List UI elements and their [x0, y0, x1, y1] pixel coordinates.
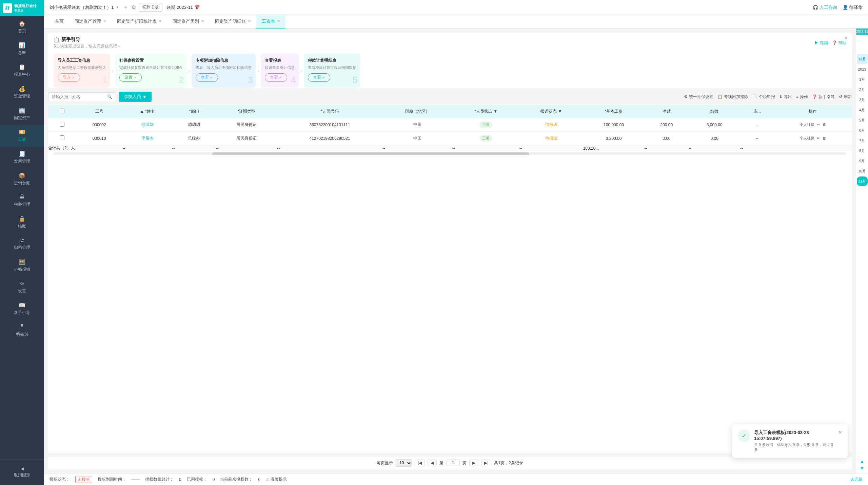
name-link[interactable]: 李俊杰	[141, 136, 154, 141]
sidebar-item-purchase-sales[interactable]: 📦进销台账	[0, 168, 44, 190]
sidebar-bottom[interactable]: ◀ 取消固定	[0, 459, 44, 485]
sidebar-label-expense: 小畅报销	[14, 266, 30, 272]
sidebar-item-fixed-assets[interactable]: 🏢固定资产	[0, 103, 44, 125]
sidebar-item-home[interactable]: 🏠首页	[0, 16, 44, 38]
tab-close-payroll[interactable]: ✕	[277, 19, 280, 23]
add-account-icon[interactable]: ＋	[123, 4, 129, 11]
prev-page-button[interactable]: ◀	[428, 460, 437, 466]
account-dropdown-icon[interactable]: ▼	[116, 5, 119, 9]
horizontal-scrollbar[interactable]	[54, 152, 846, 155]
toast-close-button[interactable]: ✕	[838, 430, 842, 435]
th-allowance: 津贴	[645, 105, 689, 118]
guide-icon: 📖	[19, 302, 25, 309]
sidebar-item-expense[interactable]: 🧮小畅报销	[0, 255, 44, 276]
op-social-insurance[interactable]: 个人社保	[799, 123, 815, 127]
last-page-button[interactable]: ▶|	[481, 460, 491, 466]
sidebar-item-tax[interactable]: 🏛税务管理	[0, 190, 44, 211]
toolbar-action-refresh[interactable]: ↺刷新	[839, 94, 852, 100]
video-link[interactable]: ▶ 视频	[814, 40, 828, 46]
export-label: 导出	[784, 94, 792, 100]
search-icon[interactable]: 🔍	[107, 94, 112, 99]
search-input[interactable]	[52, 94, 105, 99]
page-number-input[interactable]	[446, 460, 460, 466]
sidebar-item-funds[interactable]: 💰资金管理	[0, 81, 44, 103]
sidebar-item-reports[interactable]: 📋报表中心	[0, 60, 44, 81]
month-item-7月[interactable]: 7月	[857, 136, 868, 145]
switch-version-button[interactable]: 切到旧版	[139, 3, 162, 12]
scroll-up-icon[interactable]: ▲	[860, 459, 865, 464]
op-delete[interactable]: 🗑	[822, 123, 827, 127]
scroll-thumb[interactable]	[212, 152, 529, 155]
tab-home[interactable]: 首页	[50, 15, 69, 29]
tab-payroll[interactable]: 工资表✕	[256, 15, 285, 29]
month-item-5月[interactable]: 5月	[857, 115, 868, 125]
row-checkbox[interactable]	[48, 132, 76, 145]
tab-close-fixed-depreciation[interactable]: ✕	[159, 19, 162, 23]
tab-fixed-category[interactable]: 固定资产类别✕	[167, 15, 210, 29]
op-edit[interactable]: ✏	[816, 136, 821, 140]
user-profile[interactable]: 👤 徐泽华	[843, 4, 863, 11]
tab-label-home: 首页	[55, 18, 64, 24]
op-social-insurance[interactable]: 个人社保	[799, 136, 815, 140]
step-btn-3[interactable]: 查看＞	[196, 73, 218, 82]
month-item-3月[interactable]: 3月	[857, 95, 868, 105]
account-selector[interactable]: 刘小艳演示账套（勿删勿动！）1 ▼	[50, 4, 119, 11]
month-item-1月[interactable]: 1月	[857, 75, 868, 84]
step-btn-1[interactable]: 导入＞	[58, 73, 80, 82]
toolbar-action-social-insurance[interactable]: ⚙统一社保设置	[684, 94, 713, 100]
sidebar-item-payroll[interactable]: 💴工资	[0, 125, 44, 147]
th-app: 应...	[740, 105, 774, 118]
month-item-9月[interactable]: 9月	[857, 156, 868, 166]
month-item-2月[interactable]: 2月	[857, 85, 868, 94]
name-link[interactable]: 徐泽华	[141, 122, 154, 127]
row-checkbox[interactable]	[48, 118, 76, 132]
sidebar-item-settings[interactable]: ⚙设置	[0, 276, 44, 298]
sidebar-item-invoicing[interactable]: 🧾发票管理	[0, 147, 44, 168]
first-page-button[interactable]: |◀	[415, 460, 425, 466]
step-btn-4[interactable]: 查看＞	[265, 73, 287, 82]
sidebar-item-guide[interactable]: 📖新手引导	[0, 298, 44, 320]
select-all-checkbox[interactable]	[60, 109, 64, 113]
settings-icon[interactable]: ⚙	[131, 4, 136, 11]
toolbar-action-operations[interactable]: ≡操作	[796, 94, 808, 100]
sidebar-item-member[interactable]: 🎖畅会员	[0, 320, 44, 341]
sidebar-item-close[interactable]: 🔒结账	[0, 211, 44, 233]
sidebar-item-archive[interactable]: 🗂归档管理	[0, 233, 44, 255]
tab-fixed-detail[interactable]: 固定资产明细账✕	[210, 15, 256, 29]
per-page-select[interactable]: 10 20 50	[396, 459, 412, 467]
month-item-4月[interactable]: 4月	[857, 105, 868, 115]
next-page-button[interactable]: ▶	[469, 460, 478, 466]
help-link[interactable]: ❓ 帮助	[832, 40, 846, 46]
month-item-8月[interactable]: 8月	[857, 146, 868, 155]
guide-close-button[interactable]: ✕	[844, 36, 848, 41]
step-btn-5[interactable]: 查看＞	[308, 73, 330, 82]
row-basic-salary: 3,200.00	[583, 132, 645, 145]
toolbar-action-export[interactable]: ⬇导出	[779, 94, 792, 100]
toolbar-action-special-deduction[interactable]: 📋专项附加扣除	[717, 94, 748, 100]
month-item-10月[interactable]: 10月	[857, 166, 868, 176]
tab-close-fixed-asset[interactable]: ✕	[103, 19, 106, 23]
period-selector[interactable]: 账期 2023-11 📅	[166, 4, 200, 11]
tab-fixed-depreciation[interactable]: 固定资产折旧统计表✕	[112, 15, 167, 29]
month-item-2023[interactable]: 2023	[857, 64, 868, 74]
tab-close-fixed-category[interactable]: ✕	[201, 19, 204, 23]
sidebar-item-cancel-fix[interactable]: ◀ 取消固定	[0, 462, 44, 482]
op-edit[interactable]: ✏	[816, 123, 821, 127]
tab-fixed-asset[interactable]: 固定资产管理✕	[69, 15, 112, 29]
month-item-11月[interactable]: 11月	[857, 176, 868, 186]
toolbar-action-personal-tax[interactable]: 📄个税申报	[752, 94, 775, 100]
fixed-assets-icon: 🏢	[19, 107, 25, 114]
month-item-6月[interactable]: 6月	[857, 126, 868, 135]
sidebar-item-ledger[interactable]: 📊总账	[0, 38, 44, 60]
go-charge-link[interactable]: 去充值	[850, 477, 863, 482]
add-employee-button[interactable]: 添加人员 ▼	[119, 92, 152, 102]
month-item-12月[interactable]: 12月	[857, 54, 868, 64]
op-delete[interactable]: 🗑	[822, 136, 827, 140]
calendar-icon[interactable]: 📅	[194, 5, 200, 10]
toolbar-action-new-guide[interactable]: ❓新手引导	[812, 94, 835, 100]
customer-service[interactable]: 🎧 人工咨询	[813, 4, 837, 11]
scroll-down-icon[interactable]: ▼	[860, 465, 865, 471]
tab-close-fixed-detail[interactable]: ✕	[248, 19, 251, 23]
step-btn-2[interactable]: 设置＞	[119, 73, 142, 82]
summary-name: --	[123, 145, 172, 151]
